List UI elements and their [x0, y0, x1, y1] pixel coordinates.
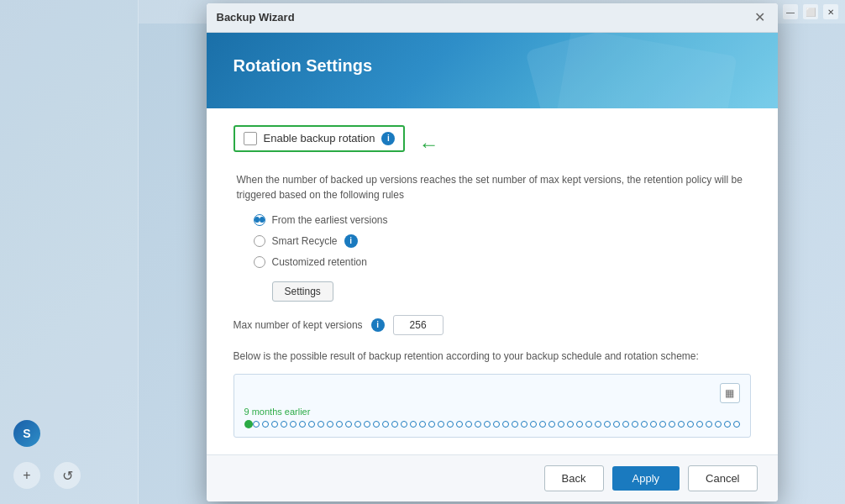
history-button[interactable]: ↺: [54, 462, 81, 489]
timeline-dot: [493, 421, 500, 428]
settings-btn-row: Settings: [272, 281, 751, 302]
enable-rotation-row[interactable]: Enable backup rotation i: [234, 125, 406, 152]
timeline-dot: [641, 421, 648, 428]
timeline-dot: [548, 421, 555, 428]
timeline-dot: [447, 421, 454, 428]
taskbar: S + ↺: [0, 0, 139, 504]
radio-options-group: From the earliest versions Smart Recycle…: [254, 214, 751, 268]
timeline-dot: [475, 421, 481, 428]
timeline-dot: [327, 421, 333, 428]
max-versions-info-icon[interactable]: i: [371, 318, 385, 332]
timeline-dot: [585, 421, 592, 428]
timeline-dot: [465, 421, 472, 428]
timeline-dot: [632, 421, 638, 428]
timeline-dot: [604, 421, 611, 428]
timeline-dot: [558, 421, 564, 428]
enable-rotation-checkbox[interactable]: [244, 132, 257, 145]
dialog-footer: Back Apply Cancel: [207, 454, 778, 501]
radio-label-earliest: From the earliest versions: [272, 214, 388, 226]
timeline-dot: [687, 421, 694, 428]
timeline-dot: [438, 421, 444, 428]
max-versions-input[interactable]: [393, 315, 443, 335]
timeline-dot: [428, 421, 435, 428]
timeline-dot: [696, 421, 703, 428]
timeline-dot: [715, 421, 722, 428]
timeline-dot: [659, 421, 666, 428]
timeline-dot: [613, 421, 620, 428]
back-button[interactable]: Back: [544, 465, 604, 491]
timeline-dot: [669, 421, 675, 428]
retention-description: Below is the possible result of backup r…: [234, 349, 751, 364]
radio-dot-earliest[interactable]: [254, 214, 265, 226]
timeline-area: ▦ 9 months earlier: [234, 374, 751, 438]
radio-smart-recycle[interactable]: Smart Recycle i: [254, 234, 751, 248]
radio-dot-custom[interactable]: [254, 256, 265, 268]
dialog-header-banner: Rotation Settings: [207, 33, 778, 108]
add-button[interactable]: +: [13, 462, 40, 489]
timeline-dot: [391, 421, 398, 428]
timeline-dot: [345, 421, 352, 428]
timeline-dot: [567, 421, 574, 428]
timeline-dot: [382, 421, 389, 428]
timeline-dot: [512, 421, 518, 428]
timeline-dot: [364, 421, 370, 428]
radio-from-earliest[interactable]: From the earliest versions: [254, 214, 751, 226]
timeline-months-label: 9 months earlier: [244, 407, 740, 417]
timeline-top: ▦: [244, 383, 740, 403]
timeline-dot: [290, 421, 297, 428]
timeline-dots: [244, 420, 740, 428]
timeline-dot: [733, 421, 740, 428]
timeline-dot: [318, 421, 324, 428]
smart-recycle-info-icon[interactable]: i: [344, 234, 358, 248]
dot-series: [253, 421, 740, 428]
max-versions-label: Max number of kept versions: [234, 319, 363, 331]
timeline-dot: [401, 421, 407, 428]
timeline-dot: [724, 421, 731, 428]
radio-customized[interactable]: Customized retention: [254, 256, 751, 268]
dialog-body: Enable backup rotation i ← When the numb…: [207, 108, 778, 454]
timeline-dot: [253, 421, 260, 428]
enable-rotation-wrapper: Enable backup rotation i ←: [234, 125, 751, 164]
timeline-dot: [299, 421, 306, 428]
enable-rotation-info-icon[interactable]: i: [381, 132, 395, 145]
settings-button[interactable]: Settings: [272, 281, 333, 302]
timeline-dot: [576, 421, 583, 428]
dialog-title: Backup Wizard: [217, 11, 295, 24]
timeline-dot: [539, 421, 546, 428]
backup-wizard-dialog: Backup Wizard ✕ Rotation Settings Enable…: [207, 3, 778, 501]
timeline-dot: [521, 421, 527, 428]
rotation-description: When the number of backed up versions re…: [234, 172, 751, 202]
radio-label-custom: Customized retention: [272, 256, 367, 268]
timeline-dot: [308, 421, 315, 428]
timeline-dot: [373, 421, 380, 428]
taskbar-bottom: + ↺: [0, 455, 138, 496]
timeline-dot: [484, 421, 491, 428]
dialog-close-button[interactable]: ✕: [753, 10, 768, 25]
timeline-dot: [262, 421, 269, 428]
dialog-titlebar: Backup Wizard ✕: [207, 3, 778, 33]
timeline-dot: [456, 421, 463, 428]
timeline-start-dot: [244, 420, 253, 428]
radio-dot-smart[interactable]: [254, 235, 265, 247]
timeline-dot: [502, 421, 509, 428]
timeline-dot: [650, 421, 657, 428]
timeline-dot: [595, 421, 601, 428]
timeline-dot: [271, 421, 278, 428]
enable-rotation-label: Enable backup rotation: [264, 132, 375, 144]
max-versions-row: Max number of kept versions i: [234, 315, 751, 335]
cancel-button[interactable]: Cancel: [688, 465, 757, 491]
timeline-dot: [410, 421, 417, 428]
timeline-dot: [281, 421, 287, 428]
apply-button[interactable]: Apply: [612, 466, 680, 491]
timeline-dot: [678, 421, 685, 428]
dialog-overlay: Backup Wizard ✕ Rotation Settings Enable…: [139, 0, 845, 504]
dialog-header-title: Rotation Settings: [234, 56, 751, 76]
timeline-calendar-icon[interactable]: ▦: [720, 383, 740, 403]
timeline-dot: [530, 421, 537, 428]
radio-label-smart: Smart Recycle: [272, 235, 338, 247]
timeline-dot: [354, 421, 361, 428]
timeline-dot: [622, 421, 629, 428]
timeline-dot: [419, 421, 426, 428]
green-arrow-icon: ←: [418, 133, 438, 156]
timeline-dot: [706, 421, 712, 428]
